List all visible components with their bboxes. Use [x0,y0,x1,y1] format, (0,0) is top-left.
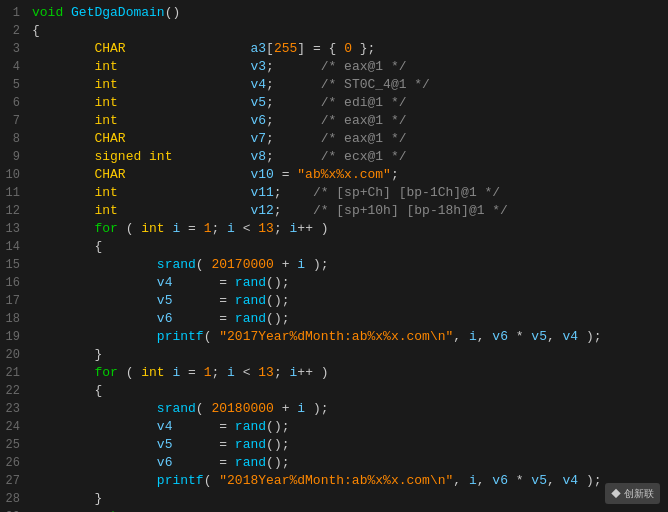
line-code: int v6; /* eax@1 */ [28,112,407,129]
punct: ; [211,365,227,380]
code-text [32,113,94,128]
line-code: for ( int i = 1; i < 13; i++ ) [28,364,329,381]
punct: (); [266,293,289,308]
code-text [274,95,321,110]
var-name: i [469,473,477,488]
line-number: 25 [0,437,28,454]
punct: * [508,329,531,344]
code-text [118,77,251,92]
line-number: 2 [0,23,28,40]
code-text [32,77,94,92]
code-line: 22 { [0,382,668,400]
punct: = [172,275,234,290]
line-code: { [28,238,102,255]
line-number: 17 [0,293,28,310]
num: 13 [258,221,274,236]
code-line: 13 for ( int i = 1; i < 13; i++ ) [0,220,668,238]
punct: ); [578,329,601,344]
line-code: int v4; /* ST0C_4@1 */ [28,76,430,93]
str: "2018Year%dMonth:ab%x%x.com\n" [219,473,453,488]
var-name: v6 [157,311,173,326]
code-line: 17 v5 = rand(); [0,292,668,310]
code-text [118,59,251,74]
line-code: CHAR a3[255] = { 0 }; [28,40,375,57]
punct: (); [266,437,289,452]
line-code: { [28,382,102,399]
num: 255 [274,41,297,56]
var-name: i [469,329,477,344]
kw-yellow: CHAR [94,41,125,56]
line-number: 3 [0,41,28,58]
punct: = [274,167,297,182]
code-line: 15 srand( 20170000 + i ); [0,256,668,274]
punct [63,5,71,20]
code-line: 5 int v4; /* ST0C_4@1 */ [0,76,668,94]
punct: ( [196,257,212,272]
code-line: 10 CHAR v10 = "ab%x%x.com"; [0,166,668,184]
kw-yellow: int [141,221,164,236]
line-number: 20 [0,347,28,364]
kw-comment: /* [sp+10h] [bp-18h]@1 */ [313,203,508,218]
kw-comment: /* eax@1 */ [321,59,407,74]
var-name: v4 [157,419,173,434]
punct: ; [274,185,282,200]
line-code: printf( "2017Year%dMonth:ab%x%x.com\n", … [28,328,602,345]
punct: = [172,437,234,452]
line-number: 15 [0,257,28,274]
line-number: 14 [0,239,28,256]
code-line: 23 srand( 20180000 + i ); [0,400,668,418]
code-text [32,329,157,344]
code-line: 14 { [0,238,668,256]
line-number: 4 [0,59,28,76]
var-name: v3 [250,59,266,74]
punct: [ [266,41,274,56]
punct: { [32,23,40,38]
code-line: 20 } [0,346,668,364]
line-number: 8 [0,131,28,148]
line-number: 28 [0,491,28,508]
line-number: 11 [0,185,28,202]
var-name: v6 [157,455,173,470]
kw-comment: /* eax@1 */ [321,131,407,146]
code-line: 27 printf( "2018Year%dMonth:ab%x%x.com\n… [0,472,668,490]
code-line: 24 v4 = rand(); [0,418,668,436]
code-text [32,473,157,488]
num: 20180000 [211,401,273,416]
kw-yellow: CHAR [94,167,125,182]
var-name: v5 [157,293,173,308]
var-name: v11 [250,185,273,200]
line-code: v6 = rand(); [28,454,289,471]
punct: ( [204,473,220,488]
punct: ( [196,401,212,416]
code-text [32,455,157,470]
punct: + [274,257,297,272]
punct: ; [274,203,282,218]
code-text [32,131,94,146]
line-number: 22 [0,383,28,400]
fn-name: rand [235,437,266,452]
var-name: v5 [531,473,547,488]
line-code: signed int v8; /* ecx@1 */ [28,148,407,165]
punct: ; [274,365,290,380]
punct: ; [211,221,227,236]
var-name: v5 [531,329,547,344]
line-code: v6 = rand(); [28,310,289,327]
punct: { [94,383,102,398]
var-name: v8 [250,149,266,164]
code-text [32,275,157,290]
kw-comment: /* edi@1 */ [321,95,407,110]
punct: , [547,329,563,344]
line-number: 23 [0,401,28,418]
code-line: 29 return; [0,508,668,512]
punct: = [172,311,234,326]
line-code: CHAR v10 = "ab%x%x.com"; [28,166,399,183]
kw-comment: /* ecx@1 */ [321,149,407,164]
fn-name: GetDgaDomain [71,5,165,20]
kw-yellow: int [94,95,117,110]
code-text [32,95,94,110]
punct: , [547,473,563,488]
code-line: 26 v6 = rand(); [0,454,668,472]
punct: ( [118,221,141,236]
var-name: i [227,365,235,380]
num: 0 [344,41,352,56]
